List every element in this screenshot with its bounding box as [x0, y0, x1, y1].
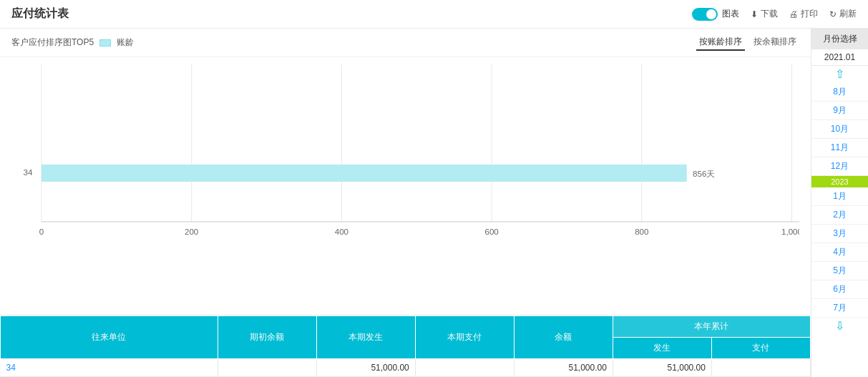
download-button[interactable]: ⬇ 下载: [751, 8, 778, 20]
right-sidebar: 月份选择 ⇧ 8月 9月 10月 11月 12月 2023 1月 2月 3月 4…: [811, 29, 868, 377]
th-ytd-occurrence: 发生: [613, 338, 711, 359]
svg-text:34: 34: [24, 168, 33, 177]
chart-sort-buttons: 按账龄排序 按余额排序: [696, 34, 799, 51]
cell-ytd-payment: [711, 359, 810, 377]
main-content: 客户应付排序图TOP5 账龄 按账龄排序 按余额排序: [0, 29, 868, 377]
table-row: 34 51,000.00 51,000.00 51,000.00: [1, 359, 811, 377]
cell-balance: 51,000.00: [514, 359, 613, 377]
svg-text:200: 200: [185, 227, 198, 236]
chart-legend-box-label: 账龄: [117, 36, 134, 49]
chevron-up-icon: ⇧: [835, 69, 844, 80]
svg-text:0: 0: [39, 227, 44, 236]
chevron-down-icon: ⇩: [835, 320, 844, 332]
month-item-9[interactable]: 9月: [811, 102, 868, 120]
bar-chart-svg: 34 856天 0 200 400 600 800 1,000: [11, 64, 799, 250]
cell-current-payment: [415, 359, 514, 377]
cell-current-occurrence: 51,000.00: [316, 359, 415, 377]
month-item-5[interactable]: 5月: [811, 262, 868, 280]
month-item-6[interactable]: 6月: [811, 280, 868, 299]
header-actions: 图表 ⬇ 下载 🖨 打印 ↻ 刷新: [692, 8, 857, 21]
th-ytd-payment: 支付: [711, 338, 810, 359]
year-input[interactable]: [811, 49, 868, 66]
sidebar-header: 月份选择: [811, 29, 868, 49]
svg-text:1,000: 1,000: [781, 227, 799, 236]
sort-by-amount-btn[interactable]: 按余额排序: [751, 34, 799, 51]
cell-unit: 34: [1, 359, 218, 377]
chart-toggle[interactable]: [692, 8, 718, 21]
table-wrapper: 往来单位 期初余额 本期发生 本期支付 余额 本年累计 发生 支付: [0, 315, 811, 377]
chart-toggle-label: 图表: [722, 8, 739, 20]
month-item-11[interactable]: 11月: [811, 139, 868, 157]
month-item-7[interactable]: 7月: [811, 299, 868, 318]
svg-text:856天: 856天: [693, 170, 714, 178]
data-table: 往来单位 期初余额 本期发生 本期支付 余额 本年累计 发生 支付: [0, 315, 811, 377]
unit-link[interactable]: 34: [6, 363, 16, 373]
page-title: 应付统计表: [11, 6, 69, 21]
chart-legend-label: 客户应付排序图TOP5: [11, 36, 94, 49]
th-ytd-group: 本年累计: [613, 316, 810, 338]
month-item-2[interactable]: 2月: [811, 206, 868, 225]
th-current-payment: 本期支付: [415, 316, 514, 359]
th-opening-balance: 期初余额: [218, 316, 316, 359]
refresh-icon: ↻: [829, 9, 837, 19]
cell-ytd-occurrence: 51,000.00: [613, 359, 711, 377]
print-button[interactable]: 🖨 打印: [789, 8, 818, 20]
svg-text:800: 800: [635, 227, 648, 236]
svg-rect-8: [42, 165, 687, 182]
svg-text:400: 400: [335, 227, 348, 236]
month-item-3[interactable]: 3月: [811, 225, 868, 243]
year-marker[interactable]: 2023: [811, 176, 868, 187]
sort-by-balance-btn[interactable]: 按账龄排序: [696, 34, 745, 51]
month-item-8[interactable]: 8月: [811, 83, 868, 102]
chart-section: 客户应付排序图TOP5 账龄 按账龄排序 按余额排序: [0, 29, 811, 377]
table-section: 往来单位 期初余额 本期发生 本期支付 余额 本年累计 发生 支付: [0, 315, 811, 377]
svg-text:600: 600: [484, 227, 498, 236]
cell-opening-balance: [218, 359, 316, 377]
download-label: 下载: [761, 8, 778, 20]
month-item-10[interactable]: 10月: [811, 120, 868, 139]
print-label: 打印: [801, 8, 818, 20]
chart-header: 客户应付排序图TOP5 账龄 按账龄排序 按余额排序: [0, 29, 811, 57]
print-icon: 🖨: [789, 9, 798, 19]
header: 应付统计表 图表 ⬇ 下载 🖨 打印 ↻ 刷新: [0, 0, 868, 29]
month-item-1[interactable]: 1月: [811, 187, 868, 206]
th-current-occurrence: 本期发生: [316, 316, 415, 359]
chart-legend: 客户应付排序图TOP5 账龄: [11, 36, 134, 49]
download-icon: ⬇: [751, 9, 758, 19]
chart-area: 34 856天 0 200 400 600 800 1,000: [11, 64, 799, 265]
chart-toggle-container: 图表: [692, 8, 739, 21]
chart-body: 34 856天 0 200 400 600 800 1,000: [0, 57, 811, 315]
th-incoming-unit: 往来单位: [1, 316, 218, 359]
scroll-down-button[interactable]: ⇩: [811, 318, 868, 335]
month-item-12[interactable]: 12月: [811, 157, 868, 176]
scroll-up-button[interactable]: ⇧: [811, 66, 868, 83]
refresh-button[interactable]: ↻ 刷新: [829, 8, 857, 20]
month-item-4[interactable]: 4月: [811, 243, 868, 262]
th-balance: 余额: [514, 316, 613, 359]
refresh-label: 刷新: [839, 8, 857, 20]
legend-box: [99, 39, 111, 46]
